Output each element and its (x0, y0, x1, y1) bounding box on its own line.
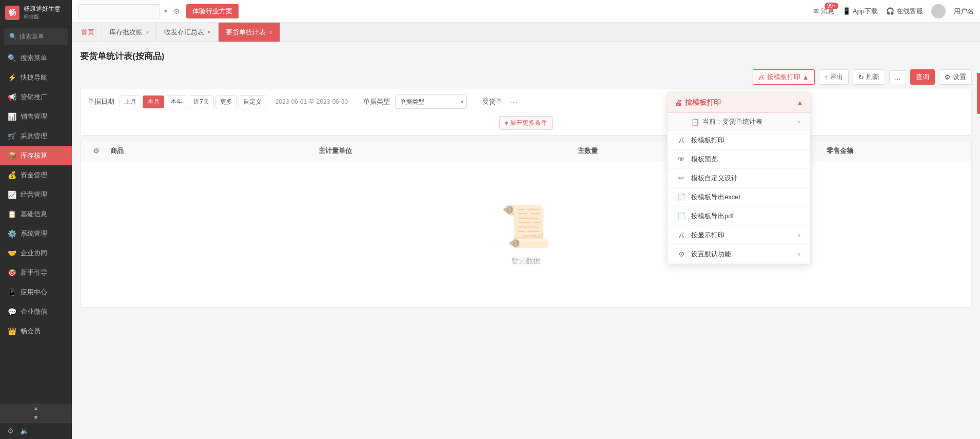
set-default-left: ⚙ 设置默认功能 (677, 250, 731, 259)
settings-icon: ⚙ (945, 73, 951, 81)
online-service-button[interactable]: 🎧 在线客服 (886, 7, 923, 16)
query-button[interactable]: 查询 (910, 69, 935, 85)
sidebar-scroll-up[interactable]: ▲ (0, 404, 72, 413)
sidebar-item-wechat[interactable]: 💬 企业微信 (0, 302, 72, 321)
refresh-icon: ↻ (858, 73, 864, 81)
sidebar-item-inventory[interactable]: 📦 库存核算 (0, 146, 72, 165)
more-button[interactable]: ... (889, 70, 906, 84)
page-inner: 要货单统计表(按商品) 🖨 按模板打印 ▲ ↑ 导出 ↻ 刷新 ... (72, 42, 980, 316)
dropdown-item-export-pdf[interactable]: 📄 按模板导出pdf (668, 207, 810, 226)
dropdown-item-template-print[interactable]: 🖨 按模板打印 (668, 131, 810, 150)
dropdown-item-template-preview[interactable]: 👁 模板预览 (668, 150, 810, 169)
basic-info-icon: 📋 (7, 209, 16, 219)
tab-requisition-stat[interactable]: 要货单统计表× (219, 23, 280, 42)
dropdown-item-export-excel[interactable]: 📄 按模板导出excel (668, 188, 810, 207)
settings-label: 设置 (953, 72, 966, 82)
sidebar-item-newbie[interactable]: 🎯 新手引导 (0, 263, 72, 282)
logo-icon: 畅 (5, 6, 19, 20)
refresh-button[interactable]: ↻ 刷新 (853, 69, 885, 85)
app-version: 标准版 (24, 13, 61, 21)
sidebar-item-label: 畅会员 (21, 327, 41, 336)
messages-badge: 99+ (825, 3, 838, 9)
dropdown-chevron-up-icon[interactable]: ▲ (797, 99, 803, 106)
query-label: 查询 (916, 72, 929, 82)
tab-close-icon[interactable]: × (207, 29, 211, 36)
system-icon: ⚙️ (7, 229, 16, 238)
sound-footer-icon[interactable]: 🔈 (20, 427, 29, 435)
sidebar-item-member[interactable]: 👑 畅会员 (0, 321, 72, 341)
table-gear-icon[interactable]: ⚙ (93, 147, 100, 155)
settings-button[interactable]: ⚙ 设置 (939, 69, 972, 85)
topbar: ▾ ⚙ 体验行业方案 ✉ 消息 99+ 📱 App下载 🎧 在线客服 用户名 (72, 0, 980, 23)
col-settings[interactable]: ⚙ (86, 142, 106, 160)
sidebar-item-label: 搜索菜单 (21, 53, 47, 63)
topbar-dropdown-icon[interactable]: ▾ (164, 8, 167, 15)
user-avatar[interactable] (931, 4, 946, 18)
purchase-icon: 🛒 (7, 131, 16, 141)
export-label: 导出 (830, 72, 843, 82)
dropdown-current-item[interactable]: 📋 当前：要货单统计表 ▾ (668, 113, 810, 131)
req-type-label: 要货单 (482, 97, 502, 106)
sidebar-item-label: 新手引导 (21, 268, 47, 277)
messages-button[interactable]: ✉ 消息 99+ (813, 7, 834, 16)
sidebar-item-purchase[interactable]: 🛒 采购管理 (0, 126, 72, 146)
sidebar-item-search[interactable]: 🔍 搜索菜单 (0, 48, 72, 68)
dropdown-title-label: 按模板打印 (685, 98, 721, 107)
item-custom-icon: ✏ (677, 174, 686, 182)
page-content-area: 要货单统计表(按商品) 🖨 按模板打印 ▲ ↑ 导出 ↻ 刷新 ... (72, 42, 980, 439)
dropdown-item-set-default[interactable]: ⚙ 设置默认功能 ▾ (668, 245, 810, 264)
sidebar-item-basic-info[interactable]: 📋 基础信息 (0, 204, 72, 224)
sidebar-item-finance[interactable]: 💰 资金管理 (0, 165, 72, 185)
dropdown-item-display-print[interactable]: 🖨 按显示打印 ▾ (668, 226, 810, 245)
date-btn-prev-month[interactable]: 上月 (120, 96, 141, 108)
tab-close-icon[interactable]: × (146, 29, 149, 36)
sidebar-item-operations[interactable]: 📈 经营管理 (0, 185, 72, 204)
expand-more-button[interactable]: ▾ 展开更多条件 (499, 116, 553, 130)
sidebar-item-label: 基础信息 (21, 209, 47, 219)
topbar-search-input[interactable] (78, 4, 160, 18)
item-display-icon: 🖨 (677, 231, 686, 239)
app-center-icon: 📱 (7, 288, 16, 297)
sidebar-scroll-down[interactable]: ▼ (0, 413, 72, 422)
no-data-icon: 📜 (500, 202, 552, 251)
settings-footer-icon[interactable]: ⚙ (7, 427, 14, 435)
date-btn-this-year[interactable]: 本年 (166, 96, 187, 108)
scroll-thumb[interactable] (977, 73, 980, 114)
sidebar-item-label: 销售管理 (21, 112, 47, 121)
sales-icon: 📊 (7, 112, 16, 121)
sidebar-item-label: 营销推广 (21, 92, 47, 102)
sidebar-item-marketing[interactable]: 📢 营销推广 (0, 87, 72, 107)
filter-expand-icon[interactable]: ⋯ (509, 97, 518, 107)
tab-inventory-batch[interactable]: 库存批次账× (102, 23, 157, 42)
tab-home[interactable]: 首页 (74, 23, 102, 42)
item-excel-icon: 📄 (677, 193, 686, 201)
inventory-icon: 📦 (7, 151, 16, 160)
dropdown-title: 🖨 按模板打印 (675, 98, 721, 107)
col-product: 商品 (106, 141, 209, 161)
export-button[interactable]: ↑ 导出 (819, 69, 849, 85)
date-btn-custom[interactable]: 自定义 (239, 96, 266, 108)
date-btn-this-month[interactable]: 本月 (143, 96, 164, 108)
topbar-gear-icon[interactable]: ⚙ (173, 7, 180, 15)
item-preview-icon: 👁 (677, 155, 686, 163)
refresh-label: 刷新 (866, 72, 879, 82)
app-download-label: App下载 (853, 7, 878, 16)
sidebar-item-quick-nav[interactable]: ⚡ 快捷导航 (0, 68, 72, 87)
doc-type-select[interactable]: 单据类型 (395, 94, 467, 109)
sidebar-item-enterprise[interactable]: 🤝 企业协同 (0, 243, 72, 263)
date-btn-more[interactable]: 更多 (215, 96, 237, 108)
date-btn-last7days[interactable]: 近7天 (189, 96, 214, 108)
sidebar-item-sales[interactable]: 📊 销售管理 (0, 107, 72, 126)
dropdown-item-template-custom[interactable]: ✏ 模板自定义设计 (668, 169, 810, 188)
tab-collection-summary[interactable]: 收发存汇总表× (157, 23, 219, 42)
trial-button[interactable]: 体验行业方案 (186, 4, 239, 18)
sidebar-item-app-center[interactable]: 📱 应用中心 (0, 282, 72, 302)
sidebar-search[interactable]: 🔍 搜索菜单 (4, 28, 68, 45)
sidebar-item-system[interactable]: ⚙️ 系统管理 (0, 224, 72, 243)
template-print-button[interactable]: 🖨 按模板打印 ▲ (753, 69, 815, 85)
app-download-button[interactable]: 📱 App下载 (842, 7, 878, 16)
tab-close-icon[interactable]: × (269, 29, 272, 36)
doc-type-label: 单据类型 (363, 97, 390, 106)
marketing-icon: 📢 (7, 92, 16, 102)
search-icon: 🔍 (7, 53, 16, 63)
